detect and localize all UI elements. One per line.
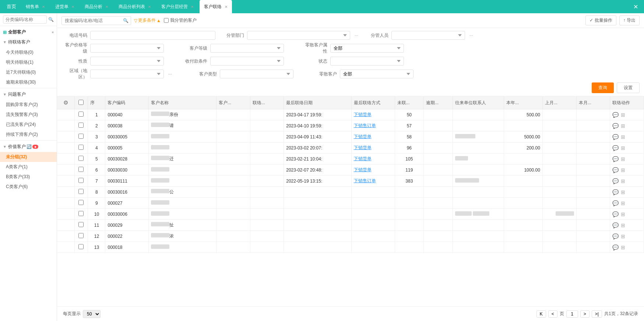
row-checkbox[interactable] <box>78 156 84 161</box>
page-size-select[interactable]: 50 <box>83 310 101 318</box>
sidebar-7days-wait[interactable]: 近7天待联络(0) <box>0 67 57 77</box>
grid-action-icon[interactable]: ⊞ <box>621 233 625 239</box>
close-analysis-list-tab[interactable]: ✕ <box>148 5 151 9</box>
chat-icon[interactable]: 💬 <box>612 233 619 239</box>
close-customer-seg-tab[interactable]: ✕ <box>191 5 194 9</box>
chat-icon[interactable]: 💬 <box>612 244 619 250</box>
problem-customers-group[interactable]: ▼ 问题客户 <box>0 89 57 100</box>
row-checkbox[interactable] <box>78 244 84 249</box>
last-way-link[interactable]: 下销货单 <box>354 167 372 172</box>
row-checkbox[interactable] <box>78 112 84 117</box>
query-button[interactable]: 查询 <box>592 82 614 93</box>
sidebar-group-b[interactable]: B类客户(33) <box>0 172 57 182</box>
th-last-month[interactable]: 上月... <box>542 96 576 109</box>
chat-icon[interactable]: 💬 <box>612 178 619 184</box>
close-customer-contact-tab[interactable]: ✕ <box>225 5 228 9</box>
status-select[interactable] <box>330 57 404 66</box>
grid-action-icon[interactable]: ⊞ <box>621 134 625 140</box>
grid-action-icon[interactable]: ⊞ <box>621 123 625 129</box>
grid-action-icon[interactable]: ⊞ <box>621 189 625 195</box>
nav-tab-analysis[interactable]: 商品分析 ✕ <box>80 0 113 13</box>
my-customers-checkbox[interactable] <box>164 18 169 23</box>
chat-icon[interactable]: 💬 <box>612 112 619 118</box>
th-year[interactable]: 本年... <box>504 96 543 109</box>
close-purchase-tab[interactable]: ✕ <box>71 5 74 9</box>
grid-action-icon[interactable]: ⊞ <box>621 211 625 217</box>
filter-search-button[interactable]: 🔍 <box>121 17 131 25</box>
sidebar-overdue-wait[interactable]: 逾期未联络(30) <box>0 77 57 87</box>
select-all-checkbox[interactable] <box>78 100 84 105</box>
chat-icon[interactable]: 💬 <box>612 222 619 228</box>
grid-action-icon[interactable]: ⊞ <box>621 167 625 173</box>
th-last-way[interactable]: 最后联络方式 <box>351 96 395 109</box>
chat-icon[interactable]: 💬 <box>612 211 619 217</box>
grid-action-icon[interactable]: ⊞ <box>621 244 625 250</box>
row-checkbox[interactable] <box>78 178 84 183</box>
sidebar-keep-down[interactable]: 持续下滑客户(2) <box>0 130 57 140</box>
customer-type-select[interactable] <box>220 70 293 78</box>
grid-action-icon[interactable]: ⊞ <box>621 222 625 228</box>
payment-select[interactable] <box>210 57 284 66</box>
region-select[interactable] <box>90 70 164 78</box>
chat-icon[interactable]: 💬 <box>612 156 619 162</box>
row-checkbox[interactable] <box>78 167 84 172</box>
sidebar-ungrouped[interactable]: 未分组(32) <box>0 152 57 162</box>
prev-page-button[interactable]: < <box>548 310 557 318</box>
value-customers-group[interactable]: ▼ 价值客户 🔄 ● <box>0 141 57 152</box>
close-sales-tab[interactable]: ✕ <box>42 5 45 9</box>
window-close-icon[interactable]: ✕ <box>630 4 641 10</box>
price-grade-select[interactable] <box>90 44 164 53</box>
wait-contact-group[interactable]: ▼ 待联络客户 <box>0 37 57 47</box>
settings-icon[interactable]: ⚙ <box>63 99 68 106</box>
dept-select[interactable] <box>247 31 350 40</box>
grid-action-icon[interactable]: ⊞ <box>621 145 625 151</box>
chat-icon[interactable]: 💬 <box>612 167 619 173</box>
row-checkbox[interactable] <box>78 145 84 150</box>
th-contact-person[interactable]: 往来单位联系人 <box>453 96 504 109</box>
th-name[interactable]: 客户名称 <box>149 96 216 109</box>
current-page-input[interactable] <box>566 310 578 318</box>
more-conditions-button[interactable]: ▽ 更多条件 ▲ <box>134 17 161 24</box>
chat-icon[interactable]: 💬 <box>612 200 619 206</box>
th-code[interactable]: 客户编码 <box>105 96 149 109</box>
chat-icon[interactable]: 💬 <box>612 145 619 151</box>
row-checkbox[interactable] <box>78 134 84 139</box>
grid-action-icon[interactable]: ⊞ <box>621 156 625 162</box>
my-customers-checkbox-wrap[interactable]: 我分管的客户 <box>164 17 197 24</box>
close-analysis-tab[interactable]: ✕ <box>105 5 108 9</box>
sidebar-already-lost[interactable]: 已流失客户(24) <box>0 120 57 130</box>
row-checkbox[interactable] <box>78 123 84 128</box>
th-cur-month[interactable]: 本月... <box>576 96 610 109</box>
chat-icon[interactable]: 💬 <box>612 189 619 195</box>
sidebar-search-icon[interactable]: 🔍 <box>48 17 54 22</box>
sidebar-loss-warn[interactable]: 流失预警客户(3) <box>0 110 57 120</box>
sidebar-search-input[interactable] <box>3 15 47 24</box>
nav-tab-analysis-list[interactable]: 商品分析列表 ✕ <box>114 0 155 13</box>
last-way-link[interactable]: 下销售订单 <box>354 123 376 128</box>
nav-tab-customer-seg[interactable]: 客户分层经营 ✕ <box>157 0 198 13</box>
customer-grade-select[interactable] <box>210 44 284 53</box>
nav-tab-sales[interactable]: 销售单 ✕ <box>21 0 49 13</box>
nav-tab-purchase[interactable]: 进货单 ✕ <box>51 0 79 13</box>
batch-op-button[interactable]: ✓ 批量操作 <box>585 15 616 25</box>
last-way-link[interactable]: 下销货单 <box>354 134 372 139</box>
phone-input[interactable] <box>90 31 215 40</box>
last-way-link[interactable]: 下销货单 <box>354 112 372 117</box>
first-page-button[interactable]: K <box>536 310 546 318</box>
sidebar-group-a[interactable]: A类客户(1) <box>0 162 57 172</box>
th-unlinked[interactable]: 未联... <box>395 96 424 109</box>
row-checkbox[interactable] <box>78 189 84 194</box>
retail-attr-select[interactable]: 全部 <box>330 44 404 53</box>
sidebar-today-wait[interactable]: 今天待联络(0) <box>0 47 57 57</box>
sidebar-abnormal-purchase[interactable]: 固购异常客户(2) <box>0 100 57 110</box>
row-checkbox[interactable] <box>78 222 84 227</box>
last-way-link[interactable]: 下销售订单 <box>354 178 376 183</box>
chat-icon[interactable]: 💬 <box>612 134 619 140</box>
nav-home[interactable]: 首页 <box>3 0 20 13</box>
nav-tab-customer-contact[interactable]: 客户联络 ✕ <box>200 0 232 13</box>
chat-icon[interactable]: 💬 <box>612 123 619 129</box>
grid-action-icon[interactable]: ⊞ <box>621 112 625 118</box>
last-way-link[interactable]: 下销货单 <box>354 145 372 150</box>
person-select[interactable] <box>391 31 465 40</box>
th-type[interactable]: 客户... <box>216 96 250 109</box>
